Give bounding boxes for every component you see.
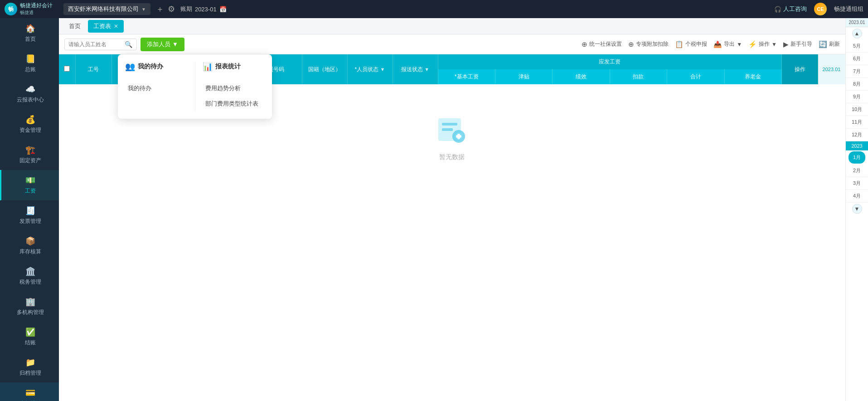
timeline-nav-down[interactable]: ▼: [852, 204, 862, 214]
export-dropdown-icon: ▼: [737, 41, 742, 48]
dropdown-col-2-title: 📊 报表统计: [203, 62, 265, 75]
timeline-month-1[interactable]: 1月: [849, 151, 865, 164]
toolbar-actions: ⊕ 统一社保设置 ⊕ 专项附加扣除 📋 个税申报 📤 导出 ▼ ⚡: [582, 40, 840, 48]
refresh-btn[interactable]: 🔄 刷新: [819, 40, 840, 48]
sidebar-item-xiaochang[interactable]: 💳 小畅报销 ◀: [0, 382, 59, 401]
col-send-header[interactable]: 报送状态 ▼: [393, 54, 438, 84]
tab-payroll-label: 工资表: [93, 22, 111, 30]
settings-icon[interactable]: ⚙: [168, 4, 175, 14]
dropdown-item-dept-cost[interactable]: 部门费用类型统计表: [203, 96, 265, 111]
social-insurance-btn[interactable]: ⊕ 统一社保设置: [582, 40, 622, 48]
tab-home-label: 首页: [69, 22, 81, 30]
company-name: 西安虾米网络科技有限公司: [68, 5, 139, 13]
xiaochang-icon: 💳: [25, 388, 35, 398]
sidebar-item-inventory[interactable]: 📦 库存核算: [0, 231, 59, 261]
svg-rect-1: [442, 123, 457, 126]
social-insurance-icon: ⊕: [582, 40, 587, 48]
search-input[interactable]: [68, 41, 123, 48]
dropdown-popup: 👥 我的待办 我的待办 📊 报表统计 费用趋势分析 部门费用类型统计表: [118, 54, 272, 119]
sidebar-label-settlement: 结账: [25, 339, 36, 347]
timeline-month-11[interactable]: 11月: [846, 116, 868, 129]
social-insurance-label: 统一社保设置: [589, 40, 622, 48]
company-dropdown-arrow: ▼: [141, 7, 146, 12]
timeline-month-9[interactable]: 9月: [846, 91, 868, 103]
app-name: 畅捷通好会计: [20, 2, 53, 10]
dropdown-col2-icon: 📊: [203, 62, 213, 72]
export-label: 导出: [724, 40, 735, 48]
sidebar-item-tax[interactable]: 🏛️ 税务管理: [0, 261, 59, 291]
tax-report-btn[interactable]: 📋 个税申报: [675, 40, 707, 48]
special-deduction-btn[interactable]: ⊕ 专项附加扣除: [628, 40, 669, 48]
sidebar-item-fund[interactable]: 💰 资金管理: [0, 109, 59, 140]
top-right: 🎧 人工咨询 CE 畅捷通组组: [774, 3, 863, 15]
search-icon[interactable]: 🔍: [125, 41, 132, 48]
add-person-button[interactable]: 添加人员 ▼: [141, 38, 184, 51]
col-basic-header: *基本工资: [438, 69, 495, 84]
dropdown-col1-icon: 👥: [125, 62, 135, 72]
payroll-icon: 💵: [25, 175, 35, 185]
col-check-header: [59, 54, 75, 84]
tab-home[interactable]: 首页: [63, 20, 86, 33]
sidebar-item-settlement[interactable]: ✅ 结账: [0, 322, 59, 352]
sidebar-item-payroll[interactable]: 💵 工资: [0, 170, 59, 200]
operations-btn[interactable]: ⚡ 操作 ▼: [748, 40, 777, 48]
sidebar-label-payroll: 工资: [25, 187, 36, 195]
sidebar-item-general-ledger[interactable]: 📒 总账: [0, 48, 59, 79]
add-icon[interactable]: ＋: [156, 4, 164, 14]
col-bonus-header: 津贴: [495, 69, 552, 84]
sidebar-item-home[interactable]: 🏠 首页: [0, 18, 59, 48]
sidebar-item-multi-org[interactable]: 🏢 多机构管理: [0, 291, 59, 322]
timeline-month-3[interactable]: 3月: [846, 177, 868, 190]
timeline-month-12[interactable]: 12月: [846, 129, 868, 141]
empty-text: 暂无数据: [439, 153, 465, 161]
support-button[interactable]: 🎧 人工咨询: [774, 5, 807, 13]
dropdown-item-cost-trend[interactable]: 费用趋势分析: [203, 81, 265, 96]
new-guide-btn[interactable]: ▶ 新手引导: [783, 40, 812, 48]
operations-label: 操作: [759, 40, 770, 48]
select-all-checkbox[interactable]: [64, 66, 70, 72]
tax-icon: 🏛️: [25, 266, 35, 276]
tab-payroll[interactable]: 工资表 ✕: [88, 20, 124, 33]
tab-payroll-close-icon[interactable]: ✕: [114, 23, 118, 29]
col-ops-header: 操作: [782, 54, 818, 84]
calendar-icon[interactable]: 📅: [219, 6, 227, 13]
refresh-label: 刷新: [829, 40, 840, 48]
timeline-month-5[interactable]: 5月: [846, 40, 868, 53]
user-name[interactable]: 畅捷通组组: [834, 5, 863, 13]
fund-icon: 💰: [25, 115, 35, 125]
settlement-icon: ✅: [25, 327, 35, 337]
cloud-icon: ☁️: [25, 84, 35, 94]
new-guide-btn-label: 新手引导: [790, 40, 812, 48]
period-label: 账期: [180, 5, 192, 13]
sidebar-item-invoice[interactable]: 🧾 发票管理: [0, 200, 59, 231]
timeline-month-4[interactable]: 4月: [846, 190, 868, 203]
timeline-month-2[interactable]: 2月: [846, 164, 868, 177]
col-status-header[interactable]: *人员状态 ▼: [347, 54, 393, 84]
dropdown-col-2: 📊 报表统计 费用趋势分析 部门费用类型统计表: [203, 62, 265, 111]
sidebar-item-cloud-report[interactable]: ☁️ 云报表中心: [0, 79, 59, 109]
status-filter-icon[interactable]: ▼: [380, 67, 385, 72]
timeline-month-8[interactable]: 8月: [846, 78, 868, 91]
headset-icon: 🎧: [774, 6, 781, 13]
timeline-nav-up[interactable]: ▲: [852, 29, 862, 39]
main-layout: 🏠 首页 📒 总账 ☁️ 云报表中心 💰 资金管理 🏗️ 固定资产 💵 工资 🧾…: [0, 18, 868, 401]
col-send-label: 报送状态: [401, 66, 423, 72]
dropdown-divider: [195, 62, 195, 111]
timeline-month-6[interactable]: 6月: [846, 53, 868, 65]
timeline-month-10[interactable]: 10月: [846, 103, 868, 116]
dropdown-col2-title-text: 报表统计: [215, 63, 241, 71]
timeline-month-7[interactable]: 7月: [846, 65, 868, 78]
archive-icon: 📁: [25, 358, 35, 367]
special-deduction-label: 专项附加扣除: [636, 40, 669, 48]
export-btn[interactable]: 📤 导出 ▼: [713, 40, 742, 48]
send-filter-icon[interactable]: ▼: [424, 67, 429, 72]
timeline-header: 2023.01: [846, 18, 868, 27]
sidebar-item-archive[interactable]: 📁 归档管理: [0, 352, 59, 382]
sidebar-item-fixed-assets[interactable]: 🏗️ 固定资产: [0, 140, 59, 170]
invoice-icon: 🧾: [25, 206, 35, 216]
company-selector[interactable]: 西安虾米网络科技有限公司 ▼: [63, 3, 150, 15]
dropdown-item-my-todo[interactable]: 我的待办: [125, 81, 188, 96]
empty-state-icon: [434, 111, 470, 148]
ledger-icon: 📒: [25, 54, 35, 64]
search-box: 🔍: [64, 39, 137, 50]
